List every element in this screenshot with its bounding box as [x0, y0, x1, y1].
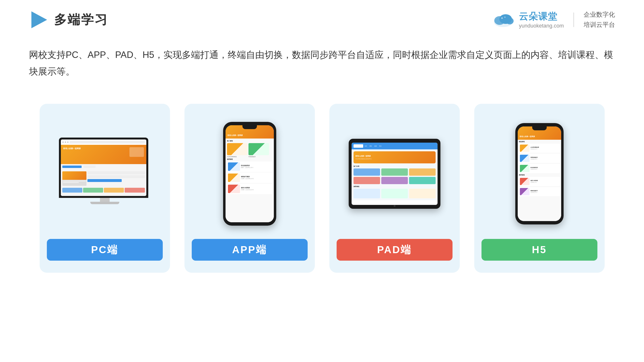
- card-pad: 首页 课程 直播 考试 联培人的第一堂网课 专业·系统·高效的企业培训平台: [329, 104, 460, 273]
- pc-mock: 联培人的第一堂网课: [59, 138, 151, 210]
- brand-info: 云朵课堂 yunduoketang.com: [519, 10, 564, 29]
- vertical-divider: [574, 12, 574, 27]
- app-device-wrap: 联培人的第一堂网课 热门课程 企业培训课程精选 管理技能提升: [192, 116, 308, 232]
- svg-marker-0: [32, 11, 47, 28]
- pad-label: PAD端: [336, 239, 452, 261]
- phone-mock: 联培人的第一堂网课 热门课程 企业培训课程精选 管理技能提升: [223, 122, 276, 226]
- pc-device-wrap: 联培人的第一堂网课: [47, 116, 163, 232]
- h5-label: H5: [482, 239, 598, 261]
- page-title: 多端学习: [54, 11, 108, 28]
- h5-mock: 联培人的第一堂网课 精选课程 企业培训精品课 已有2345人学习: [515, 123, 564, 224]
- brand-url: yunduoketang.com: [519, 23, 564, 29]
- description-text: 网校支持PC、APP、PAD、H5，实现多端打通，终端自由切换，数据同步跨平台自…: [0, 37, 644, 94]
- card-app: 联培人的第一堂网课 热门课程 企业培训课程精选 管理技能提升: [184, 104, 315, 273]
- cards-section: 联培人的第一堂网课: [0, 94, 644, 287]
- h5-device-wrap: 联培人的第一堂网课 精选课程 企业培训精品课 已有2345人学习: [482, 116, 598, 232]
- brand-tagline: 企业数字化 培训云平台: [584, 10, 615, 30]
- app-label: APP端: [192, 239, 308, 261]
- logo-left: 多端学习: [29, 10, 108, 29]
- card-pc: 联培人的第一堂网课: [40, 104, 170, 273]
- header: 多端学习 云朵课堂 yunduoketang.com 企业数字化 培训云平台: [0, 0, 644, 37]
- logo-right: 云朵课堂 yunduoketang.com 企业数字化 培训云平台: [492, 10, 615, 30]
- cloud-icon: [492, 11, 514, 28]
- brand-name: 云朵课堂: [519, 10, 564, 23]
- pc-label: PC端: [47, 239, 163, 261]
- tablet-mock: 首页 课程 直播 考试 联培人的第一堂网课 专业·系统·高效的企业培训平台: [349, 139, 440, 209]
- pad-device-wrap: 首页 课程 直播 考试 联培人的第一堂网课 专业·系统·高效的企业培训平台: [336, 116, 452, 232]
- svg-point-4: [506, 18, 514, 24]
- card-h5: 联培人的第一堂网课 精选课程 企业培训精品课 已有2345人学习: [474, 104, 605, 273]
- svg-point-5: [501, 17, 503, 19]
- svg-point-6: [504, 16, 506, 18]
- play-icon: [29, 10, 48, 29]
